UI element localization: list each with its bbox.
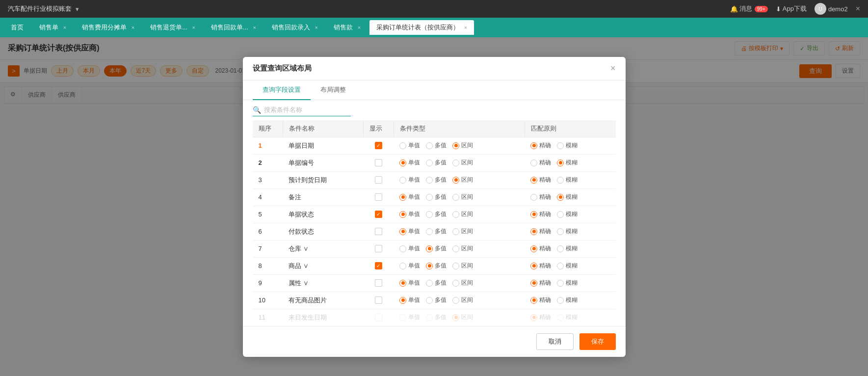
checkbox-8[interactable]: [375, 262, 382, 269]
display-cb-1[interactable]: [369, 142, 388, 149]
display-cb-6[interactable]: [369, 228, 388, 235]
match-exact-1[interactable]: 精确: [530, 141, 551, 150]
display-cb-3[interactable]: [369, 176, 388, 184]
close-tab-t3[interactable]: ×: [192, 25, 195, 30]
close-tab-t7[interactable]: ×: [464, 25, 467, 30]
type-multi-2[interactable]: 多值: [426, 159, 447, 167]
match-fuzzy-1[interactable]: 模糊: [557, 141, 578, 150]
user-avatar[interactable]: U demo2: [815, 3, 848, 15]
table-row: 2 单据编号 单值: [253, 154, 616, 171]
type-multi-1[interactable]: 多值: [426, 141, 447, 150]
close-tab-t2[interactable]: ×: [132, 25, 134, 30]
radio-single-2[interactable]: [399, 160, 406, 166]
nav-tab-t6[interactable]: 销售款 ×: [327, 20, 368, 35]
checkbox-11[interactable]: [375, 314, 382, 321]
nav-tab-t4[interactable]: 销售回款单... ×: [204, 20, 263, 35]
match-group-7: 精确 模糊: [530, 244, 609, 253]
dialog-header: 设置查询区域布局 ×: [243, 57, 626, 81]
notification-btn[interactable]: 🔔 消息 99+: [730, 4, 768, 13]
dialog-close-button[interactable]: ×: [610, 64, 616, 73]
radio-multi-2[interactable]: [426, 160, 433, 166]
col-seq: 顺序: [253, 120, 283, 137]
checkbox-10[interactable]: [375, 296, 382, 304]
checkbox-1[interactable]: [375, 142, 382, 149]
table-row: 9 属性 ∨ 单值: [253, 274, 616, 292]
name-5: 单据状态: [283, 206, 363, 223]
app-download-label: App下载: [783, 4, 807, 13]
type-group-1: 单值 多值 区间: [399, 141, 519, 150]
checkbox-3[interactable]: [375, 176, 382, 184]
display-cb-9[interactable]: [369, 279, 388, 287]
close-tab-t6[interactable]: ×: [358, 25, 361, 30]
checkbox-4[interactable]: [375, 193, 382, 201]
close-tab-t1[interactable]: ×: [63, 25, 66, 30]
display-cb-8[interactable]: [369, 262, 388, 269]
nav-tab-home[interactable]: 首页: [4, 20, 30, 35]
table-row: 5 单据状态 单值: [253, 206, 616, 223]
nav-tab-t2[interactable]: 销售费用分摊单 ×: [75, 20, 141, 35]
radio-multi-1[interactable]: [426, 142, 433, 149]
nav-tab-t5[interactable]: 销售回款录入 ×: [265, 20, 325, 35]
nav-tab-t3[interactable]: 销售退货单... ×: [143, 20, 202, 35]
match-group-8: 精确 模糊: [530, 262, 609, 270]
checkbox-6[interactable]: [375, 228, 382, 235]
type-group-10: 单值 多值 区间: [399, 296, 519, 304]
checkbox-9[interactable]: [375, 279, 382, 287]
cancel-button[interactable]: 取消: [536, 333, 574, 350]
type-range-1[interactable]: 区间: [452, 141, 473, 150]
table-row: 11 来日发生日期 单: [253, 309, 616, 326]
nav-tab-t1[interactable]: 销售单 ×: [32, 20, 73, 35]
display-cb-4[interactable]: [369, 193, 388, 201]
search-icon: 🔍: [253, 106, 261, 114]
brand-dropdown-icon[interactable]: ▾: [76, 5, 79, 13]
dialog-search-area: 🔍: [243, 100, 626, 120]
match-group-6: 精确 模糊: [530, 227, 609, 236]
display-cb-5[interactable]: [369, 211, 388, 218]
close-tab-t5[interactable]: ×: [315, 25, 318, 30]
type-group-4: 单值 多值 区间: [399, 193, 519, 201]
dialog-table-wrap: 顺序 条件名称 显示 条件类型 匹配原则 1 单据日期: [243, 120, 626, 326]
radio-exact-2[interactable]: [530, 160, 537, 166]
col-match: 匹配原则: [525, 120, 615, 137]
radio-fuzzy-1[interactable]: [557, 142, 564, 149]
tab-layout-adjust[interactable]: 布局调整: [311, 81, 356, 100]
checkbox-2[interactable]: [375, 159, 382, 166]
name-9: 属性 ∨: [283, 274, 363, 292]
table-header-row: 顺序 条件名称 显示 条件类型 匹配原则: [253, 120, 616, 137]
top-header: 汽车配件行业模拟账套 ▾ 🔔 消息 99+ ⬇ App下载 U demo2 ×: [0, 0, 868, 18]
checkbox-7[interactable]: [375, 245, 382, 252]
close-tab-t4[interactable]: ×: [253, 25, 256, 30]
radio-exact-1[interactable]: [530, 142, 537, 149]
close-all-button[interactable]: ×: [856, 4, 860, 13]
type-range-2[interactable]: 区间: [452, 159, 473, 167]
name-1: 单据日期: [283, 137, 363, 154]
table-row: 3 预计到货日期 单值: [253, 171, 616, 188]
match-group-9: 精确 模糊: [530, 279, 609, 287]
checkbox-5[interactable]: [375, 211, 382, 218]
type-group-2: 单值 多值 区间: [399, 159, 519, 167]
app-download-btn[interactable]: ⬇ App下载: [776, 4, 807, 13]
seq-2: 2: [259, 159, 262, 166]
radio-fuzzy-2[interactable]: [557, 160, 564, 166]
notification-icon: 🔔: [730, 5, 738, 13]
seq-9: 9: [259, 279, 262, 287]
radio-range-2[interactable]: [452, 160, 459, 166]
nav-bar: 首页 销售单 × 销售费用分摊单 × 销售退货单... × 销售回款单... ×…: [0, 18, 868, 37]
match-group-11: 精确 模糊: [530, 313, 609, 322]
search-input[interactable]: [264, 106, 342, 113]
display-cb-2[interactable]: [369, 159, 388, 166]
match-fuzzy-2[interactable]: 模糊: [557, 159, 578, 167]
radio-range-1[interactable]: [452, 142, 459, 149]
type-single-2[interactable]: 单值: [399, 159, 420, 167]
nav-tab-t7[interactable]: 采购订单统计表（按供应商） ×: [369, 20, 474, 35]
type-group-8: 单值 多值 区间: [399, 262, 519, 270]
match-exact-2[interactable]: 精确: [530, 159, 551, 167]
type-single-1[interactable]: 单值: [399, 141, 420, 150]
display-cb-7[interactable]: [369, 245, 388, 252]
tab-query-fields[interactable]: 查询字段设置: [253, 81, 311, 100]
type-group-7: 单值 多值 区间: [399, 244, 519, 253]
radio-single-1[interactable]: [399, 142, 406, 149]
display-cb-10[interactable]: [369, 296, 388, 304]
save-button[interactable]: 保存: [579, 333, 616, 350]
display-cb-11[interactable]: [369, 314, 388, 321]
